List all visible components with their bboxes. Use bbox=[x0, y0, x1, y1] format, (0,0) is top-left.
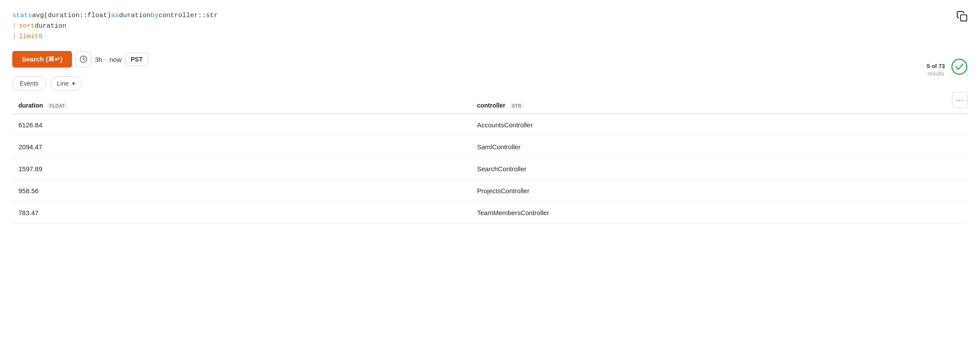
view-controls: Events Line ▾ bbox=[12, 76, 968, 90]
search-label: Search (⌘↵) bbox=[22, 55, 62, 63]
time-start: 3h bbox=[95, 56, 102, 63]
line-label: Line bbox=[57, 80, 68, 87]
cell-duration: 783.47 bbox=[12, 202, 471, 224]
query-limit-value: 5 bbox=[39, 32, 43, 42]
query-field: controller::str bbox=[159, 11, 218, 21]
cell-duration: 6126.84 bbox=[12, 114, 471, 136]
table-header-row: duration FLOAT controller STR bbox=[12, 97, 968, 114]
table-row: 1597.89 SearchController bbox=[12, 158, 968, 180]
results-table: duration FLOAT controller STR 6126.84 Ac… bbox=[12, 97, 968, 224]
results-info: 5 of 73 results bbox=[927, 63, 945, 78]
cell-duration: 1597.89 bbox=[12, 158, 471, 180]
svg-point-2 bbox=[952, 59, 967, 74]
time-end: now bbox=[109, 56, 122, 63]
cell-duration: 2094.47 bbox=[12, 136, 471, 158]
cell-controller: SamlController bbox=[471, 136, 968, 158]
cell-controller: TeamMembersController bbox=[471, 202, 968, 224]
query-line-3: | limit 5 bbox=[12, 32, 968, 42]
more-button[interactable]: ··· bbox=[952, 92, 968, 108]
copy-icon[interactable] bbox=[956, 11, 968, 25]
cell-controller: AccountsController bbox=[471, 114, 968, 136]
query-sort-field: duration bbox=[35, 21, 66, 32]
query-line-1: stats avg(duration::float) as duration b… bbox=[12, 11, 968, 21]
search-button[interactable]: Search (⌘↵) bbox=[12, 51, 72, 68]
query-stats-kw: stats bbox=[12, 11, 32, 21]
time-range-display: 3h › now bbox=[95, 56, 122, 63]
events-button[interactable]: Events bbox=[12, 76, 46, 90]
query-limit-kw: limit bbox=[19, 32, 39, 42]
cell-duration: 958.56 bbox=[12, 180, 471, 202]
line-dropdown[interactable]: Line ▾ bbox=[50, 76, 82, 90]
query-line-2: | sort duration bbox=[12, 21, 968, 32]
header-duration[interactable]: duration FLOAT bbox=[12, 97, 471, 114]
results-label: results bbox=[927, 70, 944, 77]
header-controller[interactable]: controller STR bbox=[471, 97, 968, 114]
pipe-char-2: | bbox=[12, 32, 16, 42]
header-controller-label: controller bbox=[477, 102, 505, 109]
query-func: avg(duration::float) bbox=[32, 11, 111, 21]
table-row: 783.47 TeamMembersController bbox=[12, 202, 968, 224]
more-icon: ··· bbox=[956, 96, 964, 105]
timezone-label: PST bbox=[131, 56, 143, 63]
chevron-down-icon: ▾ bbox=[72, 80, 75, 87]
pipe-char-1: | bbox=[12, 21, 16, 32]
query-sort-kw: sort bbox=[19, 21, 35, 32]
cell-controller: ProjectsController bbox=[471, 180, 968, 202]
header-controller-type: STR bbox=[510, 103, 524, 109]
search-bar: Search (⌘↵) 3h › now PST bbox=[12, 51, 968, 68]
cell-controller: SearchController bbox=[471, 158, 968, 180]
results-count: 5 of 73 bbox=[927, 63, 945, 69]
success-icon bbox=[951, 58, 968, 75]
main-container: stats avg(duration::float) as duration b… bbox=[0, 0, 980, 360]
table-row: 6126.84 AccountsController bbox=[12, 114, 968, 136]
table-row: 2094.47 SamlController bbox=[12, 136, 968, 158]
header-duration-label: duration bbox=[18, 102, 43, 109]
events-label: Events bbox=[20, 80, 39, 87]
time-chevron: › bbox=[105, 56, 107, 63]
header-duration-type: FLOAT bbox=[47, 103, 67, 109]
svg-rect-0 bbox=[961, 15, 967, 21]
query-by-kw: by bbox=[151, 11, 159, 21]
query-alias: duration bbox=[119, 11, 151, 21]
timezone-button[interactable]: PST bbox=[125, 53, 148, 66]
table-row: 958.56 ProjectsController bbox=[12, 180, 968, 202]
query-editor[interactable]: stats avg(duration::float) as duration b… bbox=[12, 11, 968, 42]
time-icon-button[interactable] bbox=[76, 51, 91, 67]
query-as-kw: as bbox=[111, 11, 119, 21]
